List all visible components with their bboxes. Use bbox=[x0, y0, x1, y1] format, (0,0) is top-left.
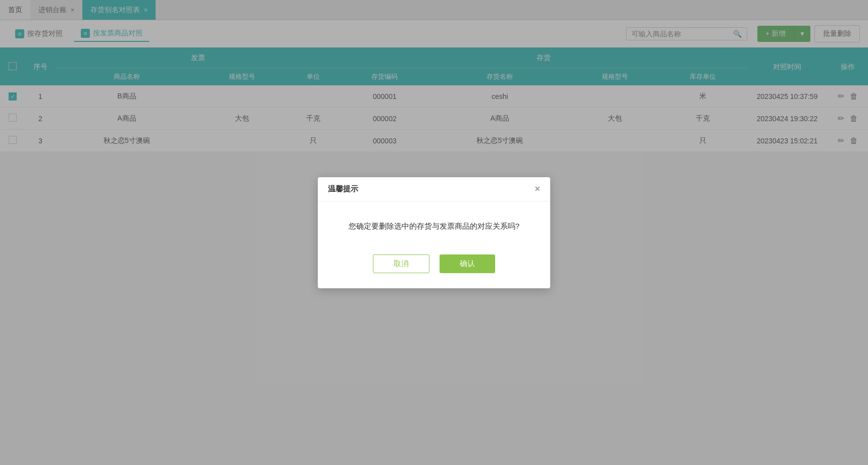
modal-overlay: 温馨提示 × 您确定要删除选中的存货与发票商品的对应关系吗? 取消 确认 bbox=[0, 0, 868, 152]
